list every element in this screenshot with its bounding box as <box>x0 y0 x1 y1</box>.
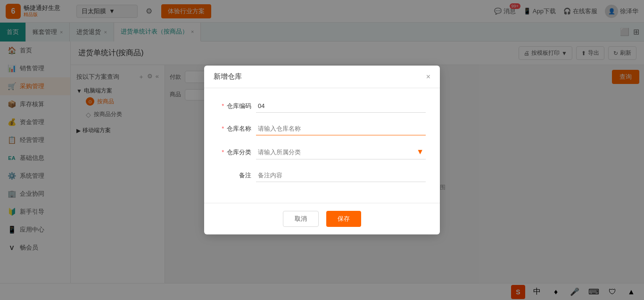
note-label: 备注 <box>218 171 251 180</box>
warehouse-name-input[interactable] <box>256 122 426 135</box>
modal-body: * 仓库编码 * 仓库名称 * 仓库分类 ▼ <box>204 88 440 203</box>
modal-footer: 取消 保存 <box>204 203 440 234</box>
dropdown-icon: ▼ <box>416 148 424 156</box>
warehouse-code-input[interactable] <box>256 100 426 113</box>
note-input[interactable] <box>256 169 426 182</box>
name-form-row: * 仓库名称 <box>218 122 426 135</box>
required-icon: * <box>222 125 224 132</box>
category-form-row: * 仓库分类 ▼ <box>218 145 426 159</box>
note-form-row: 备注 <box>218 169 426 182</box>
save-button[interactable]: 保存 <box>326 211 361 227</box>
modal-overlay: 新增仓库 × * 仓库编码 * 仓库名称 * <box>0 0 644 300</box>
category-input[interactable] <box>258 149 416 156</box>
category-label: * 仓库分类 <box>218 148 251 157</box>
cancel-button[interactable]: 取消 <box>283 211 319 227</box>
name-label: * 仓库名称 <box>218 125 251 133</box>
required-icon: * <box>222 102 224 109</box>
required-icon: * <box>222 149 224 156</box>
code-label: * 仓库编码 <box>218 102 251 110</box>
modal-close-icon[interactable]: × <box>426 73 430 81</box>
code-form-row: * 仓库编码 <box>218 100 426 113</box>
modal-header: 新增仓库 × <box>204 66 440 88</box>
modal-title: 新增仓库 <box>214 72 242 81</box>
new-warehouse-modal: 新增仓库 × * 仓库编码 * 仓库名称 * <box>204 66 440 234</box>
category-select-row[interactable]: ▼ <box>256 145 426 159</box>
